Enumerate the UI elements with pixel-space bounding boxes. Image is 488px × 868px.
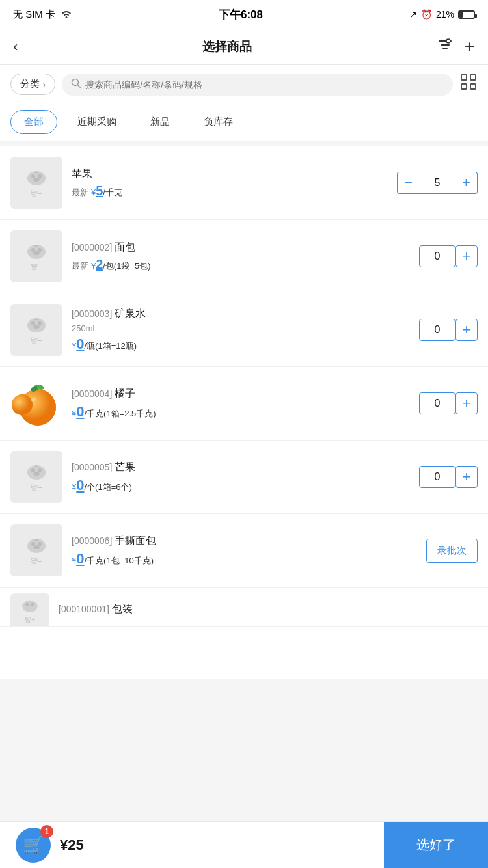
nav-right: + — [437, 36, 475, 57]
status-time: 下午6:08 — [219, 7, 263, 22]
svg-point-37 — [33, 545, 40, 549]
add-button[interactable]: + — [465, 36, 475, 57]
brand-watermark: 智+ — [31, 336, 42, 346]
svg-point-35 — [31, 542, 35, 546]
svg-point-36 — [38, 542, 42, 546]
product-name-1: 苹果 — [72, 167, 388, 181]
search-input[interactable] — [85, 79, 444, 90]
svg-point-11 — [31, 174, 35, 178]
search-input-wrap — [62, 74, 453, 96]
cart-badge: 1 — [40, 825, 53, 838]
status-right: ↗ ⏰ 21% — [409, 9, 475, 20]
product-price-3: ¥0/瓶(1箱=12瓶) — [72, 336, 410, 353]
svg-point-13 — [33, 178, 40, 182]
product-price-4: ¥0/千克(1箱=2.5千克) — [72, 403, 410, 420]
status-bar: 无 SIM 卡 下午6:08 ↗ ⏰ 21% — [0, 0, 488, 29]
qty-input-5[interactable] — [419, 466, 455, 488]
product-info-7: [000100001] 包装 — [59, 603, 478, 619]
svg-point-3 — [446, 39, 450, 43]
svg-line-5 — [78, 85, 81, 88]
svg-rect-6 — [461, 75, 467, 80]
wifi-icon — [61, 9, 72, 20]
tab-negative[interactable]: 负库存 — [190, 110, 247, 134]
qty-control-3: + — [419, 319, 478, 341]
qty-plus-button-4[interactable]: + — [455, 392, 478, 414]
qty-plus-button-5[interactable]: + — [455, 466, 478, 488]
cart-button[interactable]: 🛒 1 — [16, 828, 51, 863]
qty-control-2: + — [419, 245, 478, 267]
product-name-4: [0000004] 橘子 — [72, 387, 410, 401]
list-item: 智+ [0000006] 手撕面包 ¥0/千克(1包=10千克) 录批次 — [0, 514, 488, 588]
category-button[interactable]: 分类 › — [10, 74, 55, 95]
qty-input-4[interactable] — [419, 392, 455, 414]
product-name-6: [0000006] 手撕面包 — [72, 534, 417, 548]
brand-watermark: 智+ — [31, 189, 42, 198]
product-price-5: ¥0/个(1箱=6个) — [72, 477, 410, 494]
product-info-4: [0000004] 橘子 ¥0/千克(1箱=2.5千克) — [72, 387, 410, 420]
back-button[interactable]: ‹ — [13, 38, 18, 55]
product-info-3: [0000003] 矿泉水 250ml ¥0/瓶(1箱=12瓶) — [72, 307, 410, 353]
brand-watermark: 智+ — [31, 483, 42, 493]
svg-point-26 — [12, 394, 33, 415]
svg-point-40 — [31, 603, 34, 606]
tab-new[interactable]: 新品 — [137, 110, 183, 134]
svg-point-12 — [38, 174, 42, 178]
page-title: 选择商品 — [202, 38, 252, 55]
qty-plus-button-1[interactable]: + — [455, 172, 478, 194]
nav-bar: ‹ 选择商品 + — [0, 29, 488, 65]
product-name-7: [000100001] 包装 — [59, 603, 478, 616]
svg-point-16 — [38, 248, 42, 252]
confirm-button[interactable]: 选好了 — [384, 822, 488, 869]
list-item: 智+ [000100001] 包装 — [0, 588, 488, 627]
list-item: 智+ [0000005] 芒果 ¥0/个(1箱=6个) + — [0, 441, 488, 514]
qty-control-4: + — [419, 392, 478, 414]
qty-input-3[interactable] — [419, 319, 455, 341]
product-price-6: ¥0/千克(1包=10千克) — [72, 550, 417, 567]
product-name-5: [0000005] 芒果 — [72, 461, 410, 474]
product-spec-3: 250ml — [72, 323, 410, 333]
svg-point-20 — [38, 321, 42, 325]
product-thumbnail-1: 智+ — [10, 157, 62, 209]
product-info-6: [0000006] 手撕面包 ¥0/千克(1包=10千克) — [72, 534, 417, 567]
svg-point-31 — [31, 468, 35, 472]
svg-point-38 — [22, 600, 37, 612]
tab-all[interactable]: 全部 — [10, 110, 57, 134]
list-item: 智+ [0000003] 矿泉水 250ml ¥0/瓶(1箱=12瓶) + — [0, 293, 488, 367]
qty-plus-button-3[interactable]: + — [455, 319, 478, 341]
product-price-2: 最新 ¥2/包(1袋=5包) — [72, 257, 410, 272]
tab-recent[interactable]: 近期采购 — [64, 110, 130, 134]
list-item: 智+ [0000002] 面包 最新 ¥2/包(1袋=5包) + — [0, 220, 488, 293]
product-info-5: [0000005] 芒果 ¥0/个(1箱=6个) — [72, 461, 410, 494]
qty-plus-button-2[interactable]: + — [455, 245, 478, 267]
nav-left: ‹ — [13, 38, 18, 55]
batch-button-6[interactable]: 录批次 — [426, 539, 478, 563]
tab-bar: 全部 近期采购 新品 负库存 — [0, 103, 488, 141]
battery-icon — [458, 10, 475, 19]
brand-watermark: 智+ — [31, 262, 42, 272]
svg-point-21 — [33, 325, 40, 329]
qty-input-1[interactable] — [419, 172, 455, 194]
filter-icon[interactable] — [437, 38, 453, 56]
svg-point-33 — [33, 472, 40, 476]
list-item: [0000004] 橘子 ¥0/千克(1箱=2.5千克) + — [0, 367, 488, 441]
product-info-1: 苹果 最新 ¥5/千克 — [72, 167, 388, 198]
product-name-2: [0000002] 面包 — [72, 241, 410, 254]
scan-icon[interactable] — [459, 73, 478, 96]
search-bar: 分类 › — [0, 65, 488, 103]
product-thumbnail-3: 智+ — [10, 304, 62, 356]
product-name-3: [0000003] 矿泉水 — [72, 307, 410, 321]
status-left: 无 SIM 卡 — [13, 8, 72, 21]
cart-area: 🛒 1 ¥25 — [0, 828, 84, 863]
svg-point-19 — [31, 321, 35, 325]
qty-input-2[interactable] — [419, 245, 455, 267]
brand-watermark: 智+ — [25, 616, 35, 625]
product-list: 智+ 苹果 最新 ¥5/千克 − + 智+ — [0, 146, 488, 679]
alarm-icon: ⏰ — [421, 9, 432, 20]
list-item: 智+ 苹果 最新 ¥5/千克 − + — [0, 146, 488, 220]
product-thumbnail-2: 智+ — [10, 230, 62, 282]
qty-minus-button-1[interactable]: − — [397, 172, 419, 194]
brand-watermark: 智+ — [31, 556, 42, 566]
product-thumbnail-5: 智+ — [10, 451, 62, 503]
svg-point-15 — [31, 248, 35, 252]
product-thumbnail-6: 智+ — [10, 524, 62, 576]
